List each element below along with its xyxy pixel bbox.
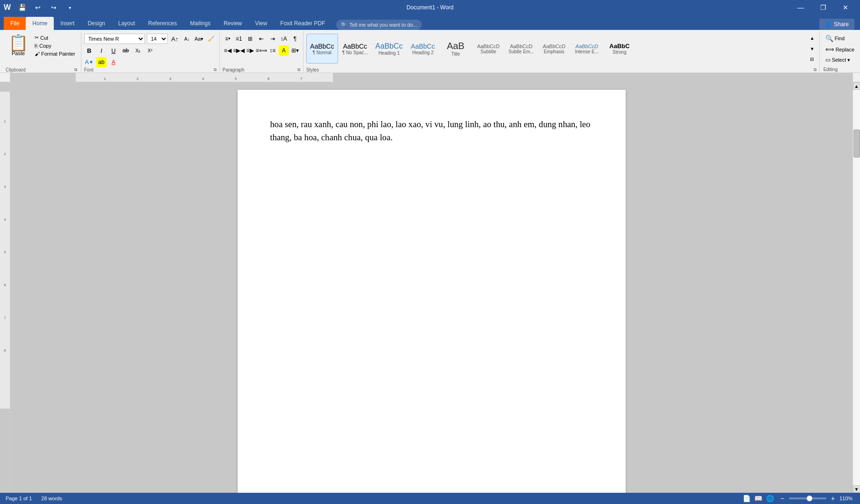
style-subtitle-preview: AaBbCcD — [477, 43, 499, 49]
text-effects-button[interactable]: A✦ — [84, 57, 94, 67]
tell-me-input[interactable]: 🔍 Tell me what you want to do... — [336, 20, 422, 30]
style-subtitle[interactable]: AaBbCcD Subtitle — [472, 34, 504, 64]
style-normal[interactable]: AaBbCc ¶ Normal — [306, 34, 338, 64]
maximize-button[interactable]: ❐ — [812, 0, 834, 15]
tab-design[interactable]: Design — [81, 17, 111, 30]
zoom-slider[interactable] — [789, 497, 826, 499]
close-button[interactable]: ✕ — [835, 0, 856, 15]
word-count[interactable]: 28 words — [41, 496, 62, 501]
word-icon: W — [4, 3, 11, 12]
quick-access-toolbar: W 💾 ↩ ↪ ▾ — [4, 1, 76, 14]
redo-button[interactable]: ↪ — [47, 1, 60, 14]
save-button[interactable]: 💾 — [15, 1, 29, 14]
replace-button[interactable]: ⟺ Replace — [824, 45, 856, 54]
multilevel-list-button[interactable]: ⊞ — [245, 34, 255, 44]
decrease-indent-button[interactable]: ⇤ — [256, 34, 267, 44]
scroll-up-button[interactable]: ▲ — [853, 82, 860, 90]
font-group: Times New R 14 A↑ A↓ Aa▾ 🧹 B I U ab X₂ X… — [81, 32, 220, 72]
tab-view[interactable]: View — [249, 17, 274, 30]
style-nospace-preview: AaBbCc — [343, 43, 367, 50]
tab-layout[interactable]: Layout — [112, 17, 142, 30]
style-intense-label: Intense E... — [575, 49, 599, 54]
sort-button[interactable]: ↕A — [279, 34, 289, 44]
styles-expand-button[interactable]: ⊟ — [809, 56, 816, 63]
scroll-track[interactable] — [853, 90, 860, 485]
clipboard-expand-icon[interactable]: ⧉ — [74, 67, 77, 72]
paste-button[interactable]: 📋 Paste — [6, 34, 31, 57]
document-content[interactable]: hoa sen, rau xanh, cau non, phi lao, lao… — [270, 118, 593, 144]
increase-font-button[interactable]: A↑ — [170, 34, 180, 44]
align-center-button[interactable]: ≡▶◀ — [234, 45, 244, 56]
subscript-button[interactable]: X₂ — [133, 45, 143, 56]
style-emphasis[interactable]: AaBbCcD Emphasis — [538, 34, 570, 64]
bullets-button[interactable]: ≡• — [223, 34, 233, 44]
style-title-preview: AaB — [447, 41, 464, 51]
underline-button[interactable]: U — [108, 45, 119, 56]
show-formatting-button[interactable]: ¶ — [290, 34, 300, 44]
style-intense-preview: AaBbCcD — [576, 43, 598, 49]
style-no-spacing[interactable]: AaBbCc ¶ No Spac... — [339, 34, 371, 64]
undo-button[interactable]: ↩ — [31, 1, 44, 14]
copy-button[interactable]: ⎘ Copy — [33, 42, 77, 50]
page-indicator[interactable]: Page 1 of 1 — [6, 496, 32, 501]
format-painter-button[interactable]: 🖌 Format Painter — [33, 50, 77, 58]
font-size-select[interactable]: 14 — [147, 34, 168, 44]
share-button[interactable]: 👤 Share — [819, 19, 854, 30]
paragraph-expand-icon[interactable]: ⧉ — [297, 67, 300, 72]
increase-indent-button[interactable]: ⇥ — [267, 34, 278, 44]
clipboard-label: Clipboard — [6, 67, 26, 72]
font-name-select[interactable]: Times New R — [84, 34, 145, 44]
style-title[interactable]: AaB Title — [440, 34, 471, 64]
font-label: Font — [84, 67, 94, 72]
styles-scroll-down[interactable]: ▼ — [809, 45, 816, 52]
borders-button[interactable]: ⊞▾ — [290, 45, 300, 56]
styles-expand-icon[interactable]: ⧉ — [814, 67, 817, 72]
italic-button[interactable]: I — [96, 45, 107, 56]
tab-references[interactable]: References — [142, 17, 183, 30]
view-print-button[interactable]: 📄 — [743, 495, 751, 502]
cut-button[interactable]: ✂ Cut — [33, 34, 77, 42]
numbering-button[interactable]: ≡1 — [234, 34, 244, 44]
zoom-in-button[interactable]: + — [828, 495, 838, 502]
font-color-button[interactable]: A — [108, 57, 119, 67]
decrease-font-button[interactable]: A↓ — [182, 34, 192, 44]
change-case-button[interactable]: Aa▾ — [194, 34, 204, 44]
customize-qa-button[interactable]: ▾ — [63, 1, 76, 14]
view-read-button[interactable]: 📖 — [754, 495, 762, 502]
tab-mailings[interactable]: Mailings — [183, 17, 217, 30]
scroll-thumb[interactable] — [853, 130, 860, 158]
minimize-button[interactable]: — — [790, 0, 811, 15]
style-heading2[interactable]: AaBbCc Heading 2 — [407, 34, 439, 64]
style-strong[interactable]: AaBbC Strong — [604, 34, 636, 64]
zoom-controls: − + 110% — [778, 495, 854, 502]
styles-label: Styles — [306, 67, 319, 72]
find-button[interactable]: 🔍 Find — [824, 34, 856, 43]
view-web-button[interactable]: 🌐 — [766, 495, 774, 502]
tab-insert[interactable]: Insert — [54, 17, 81, 30]
font-expand-icon[interactable]: ⧉ — [214, 67, 217, 72]
style-intense-em[interactable]: AaBbCcD Intense E... — [571, 34, 603, 64]
tab-foxit[interactable]: Foxit Reader PDF — [274, 17, 332, 30]
cut-icon: ✂ — [35, 35, 39, 41]
align-right-button[interactable]: ≡▶ — [245, 45, 255, 56]
style-heading1[interactable]: AaBbCc Heading 1 — [372, 34, 406, 64]
superscript-button[interactable]: X² — [145, 45, 155, 56]
justify-button[interactable]: ≡⟺ — [256, 45, 267, 56]
tab-file[interactable]: File — [4, 17, 26, 30]
shading-button[interactable]: A — [279, 45, 289, 56]
select-button[interactable]: ▭ Select ▾ — [824, 56, 856, 64]
highlight-button[interactable]: ab — [96, 57, 107, 67]
bold-button[interactable]: B — [84, 45, 94, 56]
style-subtle-em[interactable]: AaBbCcD Subtle Em... — [505, 34, 537, 64]
status-bar: Page 1 of 1 28 words 📄 📖 🌐 − + 110% — [0, 493, 860, 504]
tab-home[interactable]: Home — [26, 17, 54, 30]
scroll-down-button[interactable]: ▼ — [853, 485, 860, 493]
zoom-out-button[interactable]: − — [778, 495, 787, 502]
clear-formatting-button[interactable]: 🧹 — [206, 34, 217, 44]
tab-review[interactable]: Review — [217, 17, 248, 30]
line-spacing-button[interactable]: ↕≡ — [267, 45, 278, 56]
styles-scroll-up[interactable]: ▲ — [809, 35, 816, 42]
document-scroll-area[interactable]: hoa sen, rau xanh, cau non, phi lao, lao… — [10, 82, 853, 493]
align-left-button[interactable]: ≡◀ — [223, 45, 233, 56]
strikethrough-button[interactable]: ab — [121, 45, 131, 56]
